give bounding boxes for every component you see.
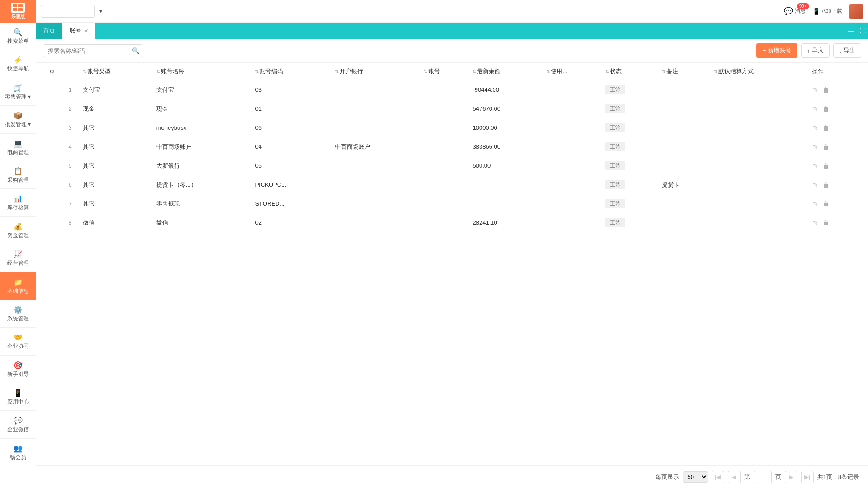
sidebar-item-basic[interactable]: 📁 基础信息 bbox=[0, 272, 36, 300]
tab-close-icon[interactable]: ✕ bbox=[84, 28, 88, 34]
table-row: 3 其它 moneybosx 06 10000.00 正常 ✎ 🗑 bbox=[43, 118, 861, 137]
delete-button-1[interactable]: 🗑 bbox=[822, 104, 830, 113]
edit-button-2[interactable]: ✎ bbox=[812, 123, 819, 132]
export-icon: ↓ bbox=[839, 47, 842, 54]
row-account-7 bbox=[420, 213, 469, 232]
row-account-2 bbox=[420, 118, 469, 137]
row-index-7: 8 bbox=[61, 213, 79, 232]
col-code[interactable]: ⇅账号编码 bbox=[251, 63, 331, 80]
sidebar-item-retail[interactable]: 🛒 零售管理 ▾ bbox=[0, 78, 36, 106]
delete-button-5[interactable]: 🗑 bbox=[822, 180, 830, 189]
row-name-5: 提货卡（零...） bbox=[153, 175, 252, 194]
delete-button-7[interactable]: 🗑 bbox=[822, 218, 830, 227]
edit-button-5[interactable]: ✎ bbox=[812, 180, 819, 189]
sidebar-item-operations[interactable]: 📈 经营管理 bbox=[0, 244, 36, 272]
app-subtitle: 乐惠版 bbox=[11, 14, 25, 20]
row-name-3: 中百商场账户 bbox=[153, 137, 252, 156]
row-settings-0 bbox=[43, 80, 61, 99]
minimize-button[interactable]: — bbox=[846, 27, 856, 34]
row-status-2: 正常 bbox=[602, 118, 658, 137]
row-settlement-1 bbox=[710, 99, 808, 118]
row-balance-2: 10000.00 bbox=[469, 118, 542, 137]
appcenter-icon: 📱 bbox=[14, 389, 23, 397]
sidebar-item-wechat[interactable]: 💬 企业微信 bbox=[0, 411, 36, 438]
row-usage-0 bbox=[542, 80, 602, 99]
edit-button-4[interactable]: ✎ bbox=[812, 161, 819, 170]
delete-button-3[interactable]: 🗑 bbox=[822, 142, 830, 151]
col-status[interactable]: ⇅状态 bbox=[602, 63, 658, 80]
row-settlement-7 bbox=[710, 213, 808, 232]
page-size-select[interactable]: 50 100 200 bbox=[683, 471, 708, 483]
search-submit-button[interactable]: 🔍 bbox=[128, 45, 142, 57]
last-page-button[interactable]: ▶| bbox=[801, 471, 814, 483]
topbar-search-input[interactable] bbox=[41, 5, 95, 18]
account-search-input[interactable] bbox=[43, 45, 128, 57]
capital-icon: 💰 bbox=[14, 222, 23, 231]
col-name[interactable]: ⇅账号名称 bbox=[153, 63, 252, 80]
sidebar-label-wechat: 企业微信 bbox=[7, 426, 29, 432]
delete-button-4[interactable]: 🗑 bbox=[822, 161, 830, 170]
row-type-7: 微信 bbox=[79, 213, 153, 232]
row-remark-4 bbox=[658, 156, 710, 175]
delete-button-6[interactable]: 🗑 bbox=[822, 199, 830, 208]
topbar-dropdown[interactable]: ▾ bbox=[99, 8, 102, 14]
row-index-0: 1 bbox=[61, 80, 79, 99]
export-button[interactable]: ↓ 导出 bbox=[833, 43, 862, 58]
col-account[interactable]: ⇅账号 bbox=[420, 63, 469, 80]
sidebar-item-search[interactable]: 🔍 搜索菜单 bbox=[0, 23, 36, 50]
col-settings[interactable]: ⚙ bbox=[43, 63, 61, 80]
first-page-button[interactable]: |◀ bbox=[712, 471, 724, 483]
content-area: 🔍 + 新增账号 ↑ 导入 ↓ 导出 ⚙ bbox=[36, 39, 868, 488]
app-download-label: App下载 bbox=[822, 7, 842, 15]
edit-button-0[interactable]: ✎ bbox=[812, 85, 819, 94]
row-actions-4: ✎ 🗑 bbox=[808, 156, 861, 175]
import-button[interactable]: ↑ 导入 bbox=[801, 43, 830, 58]
sidebar-item-wholesale[interactable]: 📦 批发管理 ▾ bbox=[0, 106, 36, 133]
next-page-button[interactable]: ▶ bbox=[785, 471, 797, 483]
svg-rect-1 bbox=[18, 4, 23, 7]
row-status-4: 正常 bbox=[602, 156, 658, 175]
edit-button-7[interactable]: ✎ bbox=[812, 218, 819, 227]
tab-account[interactable]: 账号 ✕ bbox=[62, 23, 95, 39]
row-remark-2 bbox=[658, 118, 710, 137]
user-avatar[interactable] bbox=[849, 4, 863, 19]
restore-button[interactable]: ⛶ bbox=[858, 27, 868, 34]
col-usage[interactable]: ⇅使用... bbox=[542, 63, 602, 80]
sidebar-item-ecommerce[interactable]: 💻 电商管理 bbox=[0, 134, 36, 161]
edit-button-6[interactable]: ✎ bbox=[812, 199, 819, 208]
tab-home[interactable]: 首页 bbox=[36, 23, 62, 39]
message-badge: 99+ bbox=[797, 3, 809, 9]
row-index-3: 4 bbox=[61, 137, 79, 156]
col-bank[interactable]: ⇅开户银行 bbox=[331, 63, 420, 80]
add-account-button[interactable]: + 新增账号 bbox=[756, 43, 797, 58]
sidebar-item-agreement[interactable]: 🤝 企业协同 bbox=[0, 328, 36, 355]
prev-page-button[interactable]: ◀ bbox=[728, 471, 741, 483]
tab-bar: 首页 账号 ✕ — ⛶ bbox=[36, 23, 868, 39]
col-settlement[interactable]: ⇅默认结算方式 bbox=[710, 63, 808, 80]
basic-icon: 📁 bbox=[14, 278, 23, 286]
sidebar-item-member[interactable]: 👥 畅会员 bbox=[0, 439, 36, 466]
row-account-6 bbox=[420, 194, 469, 213]
row-settings-7 bbox=[43, 213, 61, 232]
col-balance[interactable]: ⇅最新余额 bbox=[469, 63, 542, 80]
row-account-4 bbox=[420, 156, 469, 175]
edit-button-3[interactable]: ✎ bbox=[812, 142, 819, 151]
sidebar-item-appcenter[interactable]: 📱 应用中心 bbox=[0, 383, 36, 411]
delete-button-2[interactable]: 🗑 bbox=[822, 123, 830, 132]
sidebar-item-purchase[interactable]: 📋 采购管理 bbox=[0, 161, 36, 189]
edit-button-1[interactable]: ✎ bbox=[812, 104, 819, 113]
app-download-button[interactable]: 📱 App下载 bbox=[812, 7, 842, 15]
col-type[interactable]: ⇅账号类型 bbox=[79, 63, 153, 80]
sidebar-item-inventory[interactable]: 📊 库存核算 bbox=[0, 189, 36, 216]
delete-button-0[interactable]: 🗑 bbox=[822, 85, 830, 94]
sidebar-label-member: 畅会员 bbox=[10, 454, 26, 460]
sidebar-item-system[interactable]: ⚙️ 系统管理 bbox=[0, 300, 36, 328]
sidebar-item-guide[interactable]: 🎯 新手引导 bbox=[0, 356, 36, 383]
sidebar-item-quicknav[interactable]: ⚡ 快捷导航 bbox=[0, 50, 36, 78]
row-bank-7 bbox=[331, 213, 420, 232]
col-remark[interactable]: ⇅备注 bbox=[658, 63, 710, 80]
page-number-input[interactable]: 1 bbox=[754, 471, 772, 483]
row-index-1: 2 bbox=[61, 99, 79, 118]
message-button[interactable]: 💬 消息 99+ bbox=[784, 7, 806, 15]
sidebar-item-capital[interactable]: 💰 资金管理 bbox=[0, 217, 36, 244]
